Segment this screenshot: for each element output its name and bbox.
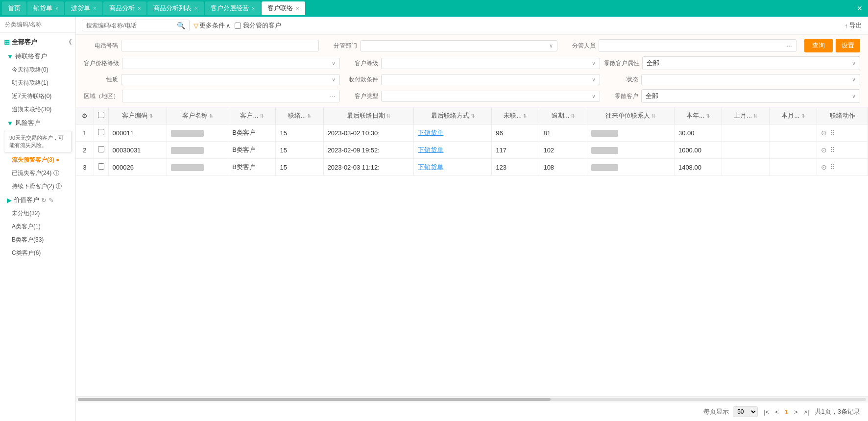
sidebar-item-churn-warning[interactable]: 流失预警客户(3) ● xyxy=(0,153,75,167)
page-prev[interactable]: < xyxy=(773,407,781,417)
cell-check[interactable] xyxy=(94,159,108,176)
sidebar-item-overdue[interactable]: 逾期未联络(30) xyxy=(0,103,75,116)
tab-close-tier[interactable]: × xyxy=(252,5,255,11)
edit-icon[interactable]: ✎ xyxy=(48,197,54,204)
sort-icon-method[interactable]: ⇅ xyxy=(471,113,475,119)
sort-icon-unlisted[interactable]: ⇅ xyxy=(523,113,527,119)
sidebar-item-ungrouped[interactable]: 未分组(32) xyxy=(0,207,75,220)
page-last[interactable]: >| xyxy=(802,407,811,417)
method-link[interactable]: 下销货单 xyxy=(418,146,443,153)
search-box: 🔍 xyxy=(82,20,190,31)
cell-last-method[interactable]: 下销货单 xyxy=(414,142,492,159)
refresh-icon[interactable]: ↻ xyxy=(41,197,47,204)
search-execute-icon[interactable]: 🔍 xyxy=(177,22,185,29)
col-settings[interactable]: ⚙ xyxy=(76,107,94,124)
per-page-select[interactable]: 50 100 200 xyxy=(733,406,758,417)
my-customers-checkbox[interactable] xyxy=(235,23,241,29)
page-current[interactable]: 1 xyxy=(783,407,790,417)
sidebar-section-pending[interactable]: ▼ 待联络客户 xyxy=(0,50,75,63)
tab-purchase[interactable]: 进货单 × xyxy=(65,1,102,15)
col-this-year: 本年...⇅ xyxy=(674,107,722,124)
tab-close-analysis[interactable]: × xyxy=(138,5,141,11)
sidebar-item-churned[interactable]: 已流失客户(24) ⓘ xyxy=(0,167,75,180)
select-all-checkbox[interactable] xyxy=(98,112,104,118)
sidebar-item-tomorrow[interactable]: 明天待联络(1) xyxy=(0,76,75,90)
filter-dept-select[interactable]: ∨ xyxy=(360,40,558,51)
method-link[interactable]: 下销货单 xyxy=(418,129,443,136)
page-next[interactable]: > xyxy=(792,407,800,417)
cell-last-method[interactable]: 下销货单 xyxy=(414,124,492,142)
sort-icon-code[interactable]: ⇅ xyxy=(149,113,153,119)
scrollbar-thumb[interactable] xyxy=(78,398,551,401)
sort-icon-contact[interactable]: ⇅ xyxy=(307,113,311,119)
cell-check[interactable] xyxy=(94,142,108,159)
sort-icon-lmonth[interactable]: ⇅ xyxy=(753,113,757,119)
filter-row-3: 性质 ∨ 收付款条件 ∨ 状态 xyxy=(84,74,860,85)
tab-close-contact[interactable]: × xyxy=(296,5,299,11)
filter-more-button[interactable]: ▽ 更多条件 ∧ xyxy=(193,21,231,30)
row-checkbox[interactable] xyxy=(98,163,104,170)
export-button[interactable]: ↑ 导出 xyxy=(845,21,863,30)
sort-icon-name[interactable]: ⇅ xyxy=(209,113,213,119)
filter-retail-attr-select[interactable]: 全部 ∨ xyxy=(642,56,860,70)
contact-icon[interactable]: ⊙ xyxy=(821,146,827,154)
more-actions-icon[interactable]: ⠿ xyxy=(830,163,835,171)
tab-home[interactable]: 首页 xyxy=(2,1,26,15)
sort-icon-person[interactable]: ⇅ xyxy=(651,113,655,119)
filter-price-select[interactable]: ∨ xyxy=(122,58,340,69)
filter-payment-select[interactable]: ∨ xyxy=(381,74,600,85)
tab-product-list[interactable]: 商品分析列表 × xyxy=(147,1,203,15)
my-customers-checkbox-label[interactable]: 我分管的客户 xyxy=(235,21,281,30)
more-actions-icon[interactable]: ⠿ xyxy=(830,129,835,137)
main-search-input[interactable] xyxy=(86,22,177,29)
scrollbar-track xyxy=(78,398,866,401)
query-button[interactable]: 查询 xyxy=(804,39,833,52)
filter-person-select[interactable]: ··· xyxy=(599,39,796,52)
sidebar-item-7days[interactable]: 近7天待联络(0) xyxy=(0,90,75,103)
settings-button[interactable]: 设置 xyxy=(836,39,860,52)
tab-close-list[interactable]: × xyxy=(194,5,197,11)
sort-icon-overdue[interactable]: ⇅ xyxy=(571,113,575,119)
filter-status-select[interactable]: ∨ xyxy=(641,74,860,85)
sort-icon-type[interactable]: ⇅ xyxy=(260,113,264,119)
cell-check[interactable] xyxy=(94,124,108,142)
method-link[interactable]: 下销货单 xyxy=(418,163,443,171)
tab-customer-contact[interactable]: 客户联络 × xyxy=(262,1,305,15)
filter-gender-select[interactable]: ∨ xyxy=(121,74,340,85)
sidebar-item-a-class[interactable]: A类客户(1) xyxy=(0,220,75,233)
tab-close-sales[interactable]: × xyxy=(55,5,58,11)
tab-sales[interactable]: 销货单 × xyxy=(27,1,64,15)
sidebar-section-risk[interactable]: ▼ 风险客户 xyxy=(0,116,75,130)
close-window-button[interactable]: × xyxy=(853,3,866,14)
filter-type-select[interactable]: ∨ xyxy=(381,91,600,102)
filter-retail-select[interactable]: 全部 ∨ xyxy=(641,89,860,103)
tab-close-purchase[interactable]: × xyxy=(93,5,96,11)
row-checkbox[interactable] xyxy=(98,129,104,135)
sidebar-section-value[interactable]: ▶ 价值客户 ↻ ✎ xyxy=(0,193,75,207)
filter-area-label: 区域（地区） xyxy=(84,92,119,100)
tab-customer-tier[interactable]: 客户分层经营 × xyxy=(205,1,261,15)
horizontal-scrollbar[interactable] xyxy=(76,396,868,402)
sort-icon-year[interactable]: ⇅ xyxy=(706,113,710,119)
sidebar-item-today[interactable]: 今天待联络(0) xyxy=(0,63,75,76)
tab-product-analysis[interactable]: 商品分析 × xyxy=(103,1,146,15)
filter-phone-input[interactable] xyxy=(121,40,319,51)
filter-area-select[interactable]: ··· xyxy=(122,90,340,102)
dots-icon2[interactable]: ··· xyxy=(330,92,336,100)
contact-icon[interactable]: ⊙ xyxy=(821,163,827,171)
sidebar-item-b-class[interactable]: B类客户(33) xyxy=(0,233,75,247)
filter-level-select[interactable]: ∨ xyxy=(381,58,600,69)
dots-icon[interactable]: ··· xyxy=(786,42,792,50)
col-checkbox-header[interactable] xyxy=(94,107,108,124)
sidebar-item-declining[interactable]: 持续下滑客户(2) ⓘ xyxy=(0,180,75,193)
sidebar-all-customers[interactable]: ⊞ 全部客户 《 xyxy=(0,35,75,50)
sidebar-search-input[interactable] xyxy=(5,21,78,28)
cell-last-method[interactable]: 下销货单 xyxy=(414,159,492,176)
sort-icon-tmonth[interactable]: ⇅ xyxy=(801,113,805,119)
contact-icon[interactable]: ⊙ xyxy=(821,129,827,137)
row-checkbox[interactable] xyxy=(98,146,104,152)
sidebar-item-c-class[interactable]: C类客户(6) xyxy=(0,247,75,260)
more-actions-icon[interactable]: ⠿ xyxy=(830,146,835,154)
sort-icon-date[interactable]: ⇅ xyxy=(386,113,390,119)
page-first[interactable]: |< xyxy=(762,407,771,417)
